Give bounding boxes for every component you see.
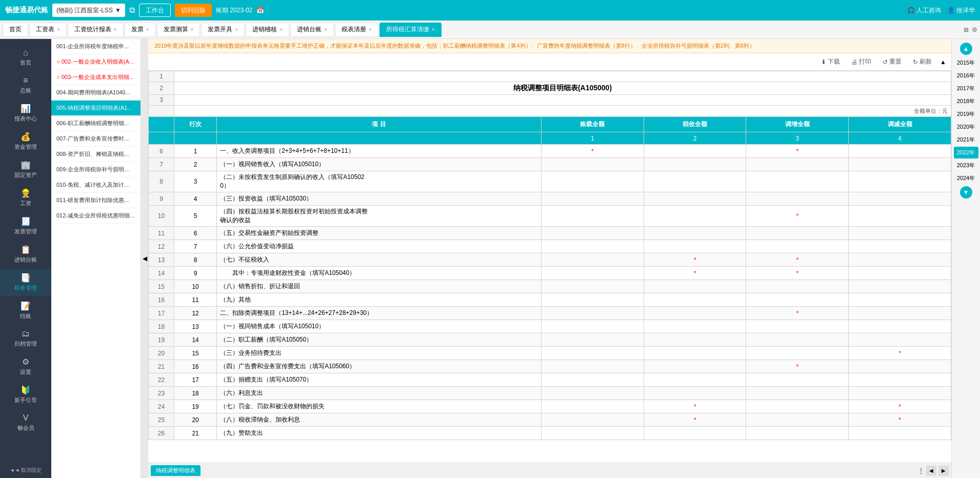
table-row: 7 2 （一）视同销售收入（填写A105010） xyxy=(149,158,951,171)
calendar-icon: 📅 xyxy=(256,7,264,14)
left-panel-item-002[interactable]: ○ 002-一般企业收入明细表(A1... xyxy=(51,54,141,70)
sidebar-item-report[interactable]: 📊 报表中心 xyxy=(0,99,51,127)
workbench-button[interactable]: 工作台 xyxy=(139,4,171,17)
close-icon[interactable]: × xyxy=(114,27,117,32)
left-panel-item-005[interactable]: 005-纳税调整项目明细表(A1... xyxy=(51,101,141,116)
fund-icon: 💰 xyxy=(21,132,31,142)
year-2018[interactable]: 2018年 xyxy=(954,95,978,107)
collapse-icon: ◀ xyxy=(143,255,147,262)
tab-income-tax[interactable]: 所得税汇算清缴 × xyxy=(379,23,442,37)
sidebar-item-fund[interactable]: 💰 资金管理 xyxy=(0,128,51,155)
close-icon[interactable]: × xyxy=(146,27,149,32)
year-2017[interactable]: 2017年 xyxy=(954,83,978,94)
table-row: 16 11 （九）其他 xyxy=(149,293,951,307)
close-icon[interactable]: × xyxy=(369,27,372,32)
table-row: 10 5 （四）按权益法核算长期股权投资对初始投资成本调整确认的收益 * xyxy=(149,206,951,227)
sidebar-item-payroll[interactable]: 👷 工资 xyxy=(0,184,51,211)
close-icon[interactable]: × xyxy=(432,27,435,32)
tab-home[interactable]: 首页 xyxy=(3,23,28,37)
company-selector[interactable]: (物副) 江西股室-LSS ▼ xyxy=(52,4,125,17)
left-panel-item-007[interactable]: 007-广告费和业务宣传费时... xyxy=(51,131,141,147)
panel-collapse-handle[interactable]: ◀ xyxy=(141,39,148,478)
company-name: (物副) 江西股室-LSS xyxy=(56,6,113,15)
archive-icon: 🗂 xyxy=(22,329,30,338)
year-2022[interactable]: 2022年 xyxy=(954,147,978,158)
tab-payroll-stats[interactable]: 工资统计报表 × xyxy=(68,23,124,37)
year-2019[interactable]: 2019年 xyxy=(954,108,978,120)
year-2015[interactable]: 2015年 xyxy=(954,57,978,69)
left-panel-item-008[interactable]: 008-资产折旧、摊销及纳税... xyxy=(51,147,141,162)
table-row: 15 10 （八）销售折扣、折让和退回 xyxy=(149,280,951,293)
scroll-right-icon[interactable]: ▶ xyxy=(938,466,949,476)
bottom-tab-active[interactable]: 纳税调整明细表 xyxy=(151,465,201,476)
sidebar-item-home[interactable]: ⌂ 首页 xyxy=(0,44,51,71)
unpin-button[interactable]: ◄◄ 取消固定 xyxy=(0,463,51,478)
left-panel-item-003[interactable]: ○ 003-一般企业成本支出明细... xyxy=(51,70,141,85)
close-icon[interactable]: × xyxy=(324,27,327,32)
consult-button[interactable]: 🎧 人工咨询 xyxy=(907,6,941,15)
year-nav-down[interactable]: ▼ xyxy=(960,186,972,198)
sidebar-item-settings[interactable]: ⚙ 设置 xyxy=(0,353,51,380)
tab-payroll[interactable]: 工资表 × xyxy=(29,23,67,37)
left-panel-item-004[interactable]: 004-期间费用明细表(A1040... xyxy=(51,85,141,101)
table-row: 9 4 （三）投资收益（填写A105030） xyxy=(149,192,951,206)
print-button[interactable]: 🖨 打印 xyxy=(848,56,874,68)
close-icon[interactable]: × xyxy=(279,27,283,32)
left-panel-item-010[interactable]: 010-免税、减计收入及加计... xyxy=(51,177,141,193)
left-panel-item-011[interactable]: 011-研发费用加计扣除优惠... xyxy=(51,193,141,208)
scroll-up-icon[interactable]: ▲ xyxy=(940,58,946,66)
copy-button[interactable]: ⧉ xyxy=(129,6,135,15)
user-menu[interactable]: 👤 徐泽华 xyxy=(947,6,975,15)
spreadsheet-table: 1 2 纳税调整项目明细表(A105000) 3 xyxy=(148,71,951,440)
sidebar-item-member[interactable]: V 畅会员 xyxy=(0,409,51,436)
year-2016[interactable]: 2016年 xyxy=(954,70,978,82)
user-icon: 👤 xyxy=(947,7,955,14)
switch-button[interactable]: 切到旧版 xyxy=(175,4,212,17)
left-panel-item-001[interactable]: 001-企业所得税年度纳税申... xyxy=(51,39,141,54)
close-icon[interactable]: × xyxy=(57,27,60,32)
download-button[interactable]: ⬇ 下载 xyxy=(818,56,843,68)
left-panel-item-009[interactable]: 009-企业所得税弥补亏损明... xyxy=(51,162,141,177)
settings-gear-icon: ⚙ xyxy=(22,357,29,367)
table-row: 14 9 其中：专项用途财政性资金（填写A105040） * * xyxy=(149,267,951,280)
left-panel-item-012[interactable]: 012-减免企业所得税优惠明细... xyxy=(51,208,141,224)
close-icon[interactable]: × xyxy=(191,27,194,32)
context-menu-icon: ⋮ xyxy=(918,467,924,474)
scroll-left-icon[interactable]: ◀ xyxy=(926,466,936,476)
table-sub-header-row: 1 2 3 4 xyxy=(149,132,951,145)
tab-invoice-issue[interactable]: 发票开具 × xyxy=(201,23,245,37)
sidebar-item-inout-ledger[interactable]: 📋 进销台账 xyxy=(0,241,51,268)
bottom-tabs: 纳税调整明细表 ⋮ ◀ ▶ xyxy=(148,463,951,478)
year-nav-up[interactable]: ▲ xyxy=(960,43,972,55)
table-container[interactable]: 1 2 纳税调整项目明细表(A105000) 3 xyxy=(148,71,951,463)
tab-invoice-calc[interactable]: 发票测算 × xyxy=(157,23,201,37)
tab-invoice[interactable]: 发票 × xyxy=(125,23,156,37)
reset-button[interactable]: ↺ 重置 xyxy=(879,56,905,68)
table-row: 26 21 （九）赞助支出 xyxy=(149,427,951,440)
close-all-button[interactable]: ⊠ ⚙ xyxy=(964,26,977,33)
tab-in-out-check[interactable]: 进销稽核 × xyxy=(246,23,289,37)
left-panel-item-006[interactable]: 006-职工薪酬纳税调整明细... xyxy=(51,116,141,131)
sidebar-item-general-ledger[interactable]: ≡ 总账 xyxy=(0,72,51,98)
sidebar-item-guide[interactable]: 🔰 新手引导 xyxy=(0,381,51,408)
table-row: 25 20 （八）税收滞纳金、加收利息 * * xyxy=(149,413,951,427)
refresh-button[interactable]: ↻ 刷新 xyxy=(910,56,935,68)
sidebar: ⌂ 首页 ≡ 总账 📊 报表中心 💰 资金管理 🏢 固定资产 👷 工资 🧾 发票… xyxy=(0,39,51,478)
tab-tax-table[interactable]: 税表清册 × xyxy=(335,23,378,37)
content-toolbar: ⬇ 下载 🖨 打印 ↺ 重置 ↻ 刷新 ▲ xyxy=(148,53,951,71)
sidebar-item-fixed-assets[interactable]: 🏢 固定资产 xyxy=(0,156,51,183)
table-row: 13 8 （七）不征税收入 * * xyxy=(149,253,951,267)
tab-in-out-ledger[interactable]: 进销台账 × xyxy=(290,23,334,37)
sidebar-item-tax-mgmt[interactable]: 📑 税务管理 xyxy=(0,269,51,296)
ledger-icon: ≡ xyxy=(23,76,28,85)
year-2021[interactable]: 2021年 xyxy=(954,134,978,146)
year-2023[interactable]: 2023年 xyxy=(954,160,978,171)
sidebar-item-closing[interactable]: 📝 结账 xyxy=(0,297,51,324)
left-panel: 001-企业所得税年度纳税申... ○ 002-一般企业收入明细表(A1... … xyxy=(51,39,141,478)
table-row: 17 12 二、扣除类调整项目（13+14+...24+26+27+28+29+… xyxy=(149,307,951,320)
sidebar-item-invoice-mgmt[interactable]: 🧾 发票管理 xyxy=(0,212,51,240)
year-2024[interactable]: 2024年 xyxy=(954,172,978,184)
year-2020[interactable]: 2020年 xyxy=(954,121,978,133)
close-icon[interactable]: × xyxy=(235,27,238,32)
sidebar-item-archive[interactable]: 🗂 归档管理 xyxy=(0,325,51,352)
